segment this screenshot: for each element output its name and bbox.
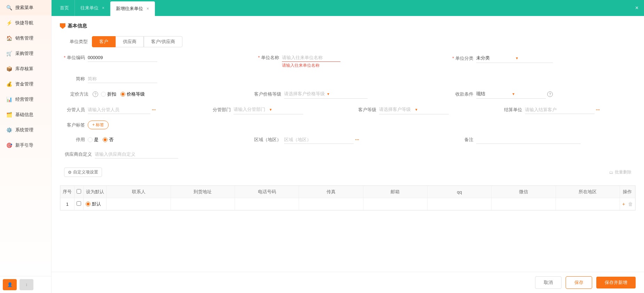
supplier-custom-input[interactable]	[95, 150, 178, 158]
row-checkbox[interactable]	[77, 201, 81, 206]
pricing-discount[interactable]: 折扣	[101, 91, 116, 97]
customer-level-select[interactable]: 请选择客户等级 ▼	[379, 105, 449, 114]
region-input[interactable]	[284, 136, 354, 144]
type-btn-customer[interactable]: 客户	[92, 36, 116, 47]
sidebar-item-finance-label: 资金管理	[15, 81, 33, 87]
sidebar-item-system[interactable]: ⚙️ 系统管理	[0, 122, 51, 138]
tab-partners[interactable]: 往来单位 ×	[75, 0, 110, 16]
region-more-btn[interactable]: ···	[355, 137, 359, 143]
settlement-input[interactable]	[525, 106, 595, 114]
abbr-input[interactable]	[88, 75, 157, 83]
sidebar-item-operations[interactable]: 📊 经营管理	[0, 92, 51, 107]
tab-new-partner-close[interactable]: ×	[147, 6, 149, 11]
cell-email[interactable]	[363, 198, 427, 210]
cell-phone[interactable]	[235, 198, 299, 210]
tab-new-partner[interactable]: 新增往来单位 ×	[110, 1, 155, 16]
name-input[interactable]	[282, 54, 340, 62]
sidebar-item-purchase[interactable]: 🛒 采购管理	[0, 46, 51, 61]
phone-input[interactable]	[237, 202, 297, 207]
cell-fax[interactable]	[299, 198, 363, 210]
manager-more-btn[interactable]: ···	[152, 107, 156, 113]
department-select[interactable]: 请输入分管部门 ▼	[234, 105, 303, 114]
tab-new-partner-label: 新增往来单位	[116, 6, 143, 12]
select-all-checkbox[interactable]	[77, 189, 81, 194]
cell-qq[interactable]	[427, 198, 492, 210]
cell-address[interactable]	[171, 198, 235, 210]
add-row-btn[interactable]: +	[622, 201, 625, 207]
sales-icon: 🏠	[6, 35, 13, 42]
type-btn-supplier[interactable]: 供应商	[116, 36, 144, 47]
field-disabled: 停用 是 否	[60, 137, 247, 143]
code-input[interactable]	[88, 54, 157, 62]
field-payment: 收款条件 现结 ▼ ?	[448, 89, 636, 99]
contact-input[interactable]	[109, 202, 168, 207]
email-input[interactable]	[366, 202, 425, 207]
section-title-text: 基本信息	[68, 23, 87, 29]
sidebar-item-inventory-label: 库存核算	[15, 66, 33, 72]
field-manager: 分管人员 ···	[60, 106, 199, 114]
pricing-level-radio[interactable]	[120, 92, 125, 97]
tab-home[interactable]: 首页	[54, 0, 75, 16]
pricing-discount-label: 折扣	[107, 91, 116, 97]
manager-input[interactable]	[88, 106, 150, 114]
tag-add-button[interactable]: + 标签	[88, 121, 109, 129]
cell-contact[interactable]	[107, 198, 171, 210]
th-phone: 电话号码	[235, 186, 299, 198]
batch-delete-btn[interactable]: 🗂 批量删除	[609, 169, 631, 175]
sidebar-item-inventory[interactable]: 📦 库存核算	[0, 61, 51, 76]
payment-select[interactable]: 现结 ▼	[476, 89, 546, 99]
type-btn-both[interactable]: 客户/供应商	[144, 36, 182, 47]
custom-settings-btn[interactable]: ⚙ 自定义项设置	[64, 168, 102, 177]
sidebar-item-finance[interactable]: 💰 资金管理	[0, 76, 51, 92]
sidebar-item-search[interactable]: 🔍 搜索菜单	[0, 0, 51, 15]
fax-input[interactable]	[301, 202, 361, 207]
save-button[interactable]: 保存	[566, 276, 592, 289]
settlement-more-btn[interactable]: ···	[596, 107, 600, 113]
search-icon: 🔍	[6, 4, 13, 11]
delete-row-btn[interactable]: 🗑	[628, 201, 633, 207]
window-close-btn[interactable]: ×	[633, 3, 641, 13]
disabled-yes-radio[interactable]	[88, 137, 93, 142]
payment-help-icon[interactable]: ?	[547, 91, 553, 97]
name-error-msg: 请输入往来单位名称	[282, 63, 320, 68]
field-customer-price: 客户价格等级 请选择客户价格等级 ▼	[254, 89, 441, 99]
customer-level-placeholder: 请选择客户等级	[379, 106, 413, 113]
th-region: 所在地区	[556, 186, 620, 198]
pricing-level[interactable]: 价格等级	[120, 91, 145, 97]
default-radio-circle[interactable]	[86, 202, 91, 206]
sidebar-bottom-btn-2[interactable]: ↕	[19, 279, 33, 290]
payment-label: 收款条件	[448, 91, 476, 97]
sidebar-item-basics[interactable]: 🗂️ 基础信息	[0, 107, 51, 122]
disabled-yes[interactable]: 是	[88, 137, 99, 143]
disabled-no[interactable]: 否	[103, 137, 113, 143]
field-region: 区域（地区） ···	[254, 136, 441, 144]
cancel-button[interactable]: 取消	[535, 276, 561, 289]
save-new-button[interactable]: 保存并新增	[596, 277, 636, 288]
sidebar-bottom-btn-1[interactable]: 👤	[3, 279, 17, 290]
payment-value: 现结	[476, 91, 510, 97]
th-contact: 联系人	[107, 186, 171, 198]
remark-input[interactable]	[476, 136, 581, 144]
pricing-help-icon[interactable]: ?	[93, 91, 98, 97]
customer-price-select[interactable]: 请选择客户价格等级 ▼	[284, 89, 368, 99]
row-default-radio[interactable]: 默认	[86, 201, 104, 207]
cell-wechat[interactable]	[492, 198, 556, 210]
row-region-input[interactable]	[558, 202, 618, 207]
sidebar-item-newbie[interactable]: 🎯 新手引导	[0, 138, 51, 153]
row-actions: + 🗑	[622, 201, 633, 207]
disabled-no-radio[interactable]	[103, 137, 108, 142]
pricing-discount-radio[interactable]	[101, 92, 106, 97]
address-input[interactable]	[173, 202, 233, 207]
field-name: 单位名称 请输入往来单位名称	[254, 54, 441, 68]
quick-nav-icon: ⚡	[6, 19, 13, 26]
wechat-input[interactable]	[494, 202, 553, 207]
cell-region[interactable]	[556, 198, 620, 210]
pricing-level-label: 价格等级	[127, 91, 145, 97]
category-select[interactable]: 未分类 ▼	[476, 54, 553, 63]
sidebar-item-sales[interactable]: 🏠 销售管理	[0, 31, 51, 46]
qq-input[interactable]	[430, 202, 489, 207]
manager-label: 分管人员	[60, 107, 88, 113]
sidebar-item-quick-nav[interactable]: ⚡ 快捷导航	[0, 15, 51, 31]
tab-partners-close[interactable]: ×	[102, 6, 104, 10]
custom-settings-label: 自定义项设置	[73, 169, 98, 175]
